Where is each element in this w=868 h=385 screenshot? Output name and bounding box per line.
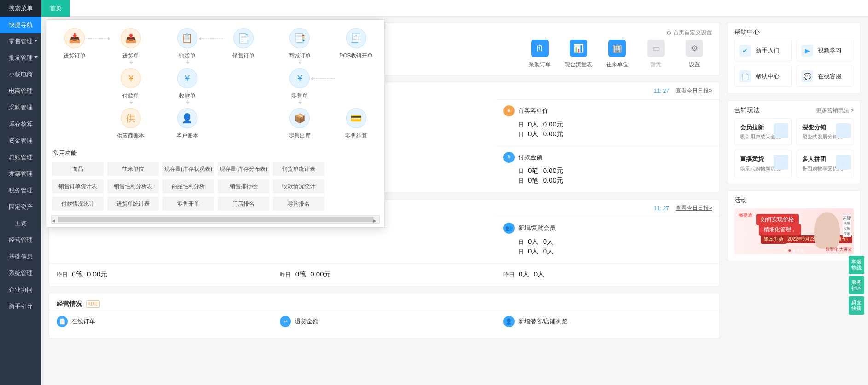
scroll-left-icon[interactable] bbox=[52, 217, 58, 222]
daily-report-link[interactable]: 查看今日日报> bbox=[676, 204, 712, 212]
check-icon: ✔ bbox=[739, 45, 751, 57]
mkt-tile-live[interactable]: 直播卖货场景式购物新玩法 bbox=[734, 150, 792, 177]
ylabel: 昨日 bbox=[503, 271, 515, 278]
pill-contacts[interactable]: 往来单位 bbox=[107, 162, 159, 176]
qa-label: 设置 bbox=[689, 61, 700, 69]
arrow-down-icon bbox=[300, 50, 300, 64]
sidebar-item-salary[interactable]: 工资 bbox=[0, 215, 41, 232]
help-tile-getstarted[interactable]: ✔新手入门 bbox=[734, 40, 792, 61]
float-desktop[interactable]: 桌面快捷 bbox=[849, 296, 864, 315]
homepage-custom-label: 首页自定义设置 bbox=[673, 29, 712, 37]
sidebar-item-quicknav[interactable]: 快捷导航 bbox=[0, 17, 41, 33]
pill-stock-dist[interactable]: 现存量(库存分布表) bbox=[218, 162, 269, 176]
banner-line2: 精细化管理， bbox=[759, 224, 801, 236]
yval: 0.00元 bbox=[310, 270, 330, 278]
kpi-day: 日 bbox=[518, 131, 524, 138]
mkt-illustration bbox=[836, 123, 851, 138]
sidebar-item-purchase[interactable]: 采购管理 bbox=[0, 99, 41, 116]
flow-node-supplier-ledger[interactable]: 供 供应商账本 bbox=[103, 108, 159, 140]
mkt-tile-fission[interactable]: 裂变分销裂变式发展分销商 bbox=[796, 118, 854, 145]
kpi-mid: 0人 bbox=[528, 120, 538, 128]
sidebar-search[interactable]: 搜索菜单 bbox=[0, 0, 41, 17]
flow-node-purchase-order[interactable]: 📥 进货订单 bbox=[46, 28, 103, 60]
float-hotline[interactable]: 客服热线 bbox=[849, 256, 864, 274]
pos-icon: 🧾 bbox=[346, 28, 366, 48]
pill-goods[interactable]: 商品 bbox=[52, 162, 104, 176]
flow-empty bbox=[215, 68, 272, 100]
horizontal-scrollbar[interactable] bbox=[51, 215, 380, 224]
ymid: 0人 bbox=[519, 270, 529, 278]
sidebar-item-collab[interactable]: 企业协同 bbox=[0, 282, 41, 298]
arrow-down-icon bbox=[300, 90, 300, 104]
sidebar-item-wholesale[interactable]: 批发管理 bbox=[0, 50, 41, 66]
supplier-ledger-icon: 供 bbox=[121, 108, 141, 128]
tab-home[interactable]: 首页 bbox=[41, 0, 70, 17]
sidebar-item-funds[interactable]: 资金管理 bbox=[0, 132, 41, 149]
pill-recv-stat[interactable]: 收款情况统计 bbox=[273, 179, 324, 193]
activity-banner[interactable]: 畅捷通 如何实现价格 精细化管理， 降本升效 2022年9月23日 14:00（… bbox=[734, 208, 854, 254]
sidebar-item-system[interactable]: 系统管理 bbox=[0, 265, 41, 282]
sidebar-item-operation[interactable]: 经营管理 bbox=[0, 232, 41, 248]
daily-report-link[interactable]: 查看今日日报> bbox=[676, 87, 712, 95]
mkt-tile-member[interactable]: 会员拉新吸引用户成为会员 bbox=[734, 118, 792, 145]
help-label: 在线客服 bbox=[818, 72, 842, 80]
flow-node-retail[interactable]: ¥ 零售单 bbox=[272, 68, 328, 100]
kpi-day: 日 bbox=[518, 248, 524, 255]
help-tile-video[interactable]: ▶视频学习 bbox=[796, 40, 854, 61]
sidebar-item-basic[interactable]: 基础信息 bbox=[0, 248, 41, 265]
pill-pay-stat[interactable]: 付款情况统计 bbox=[52, 197, 104, 211]
sidebar-item-xiaochang[interactable]: 小畅电商 bbox=[0, 66, 41, 83]
flow-node-payment[interactable]: ¥ 付款单 bbox=[103, 68, 159, 100]
kpi-value: 0人 bbox=[543, 237, 554, 245]
flow-node-purchase[interactable]: 📤 进货单 bbox=[103, 28, 159, 60]
pill-goods-gross[interactable]: 商品毛利分析 bbox=[162, 179, 214, 193]
qa-contacts[interactable]: 🏢往来单位 bbox=[600, 40, 635, 69]
flow-node-sales[interactable]: 📋 销货单 bbox=[159, 28, 215, 60]
flow-node-pos[interactable]: 🧾 POS收银开单 bbox=[328, 28, 384, 60]
pill-purchase-stat[interactable]: 进货单统计表 bbox=[107, 197, 159, 211]
sidebar-item-inventory[interactable]: 库存核算 bbox=[0, 116, 41, 132]
marketing-more-link[interactable]: 更多营销玩法 > bbox=[816, 107, 854, 115]
qa-purchase-order[interactable]: 🗓采购订单 bbox=[522, 40, 557, 69]
flow-node-mall-order[interactable]: 📑 商城订单 bbox=[272, 28, 328, 60]
scroll-right-icon[interactable] bbox=[373, 217, 379, 222]
pill-sales-rank[interactable]: 销售排行榜 bbox=[218, 179, 269, 193]
qa-cashflow[interactable]: 📊现金流量表 bbox=[561, 40, 596, 69]
arrow-down-icon bbox=[187, 90, 188, 104]
mkt-illustration bbox=[774, 155, 788, 170]
flow-node-retail-out[interactable]: 📦 零售出库 bbox=[272, 108, 328, 140]
sidebar-item-retail[interactable]: 零售管理 bbox=[0, 33, 41, 50]
mkt-tile-groupbuy[interactable]: 多人拼团拼团购物享受优惠 bbox=[796, 150, 854, 177]
pill-stock-status[interactable]: 现存量(库存状况表) bbox=[162, 162, 214, 176]
sidebar-item-tax[interactable]: 税务管理 bbox=[0, 182, 41, 199]
help-tile-docs[interactable]: 📄帮助中心 bbox=[734, 66, 792, 87]
scroll-thumb[interactable] bbox=[58, 217, 373, 222]
sidebar-item-guide[interactable]: 新手引导 bbox=[0, 298, 41, 315]
purchase-order-icon: 📥 bbox=[64, 28, 85, 48]
topbar: 首页 bbox=[41, 0, 868, 17]
customer-ledger-icon: 👤 bbox=[177, 108, 197, 128]
sidebar-item-invoice[interactable]: 发票管理 bbox=[0, 166, 41, 182]
flow-node-retail-settle[interactable]: 💳 零售结算 bbox=[328, 108, 384, 140]
flow-node-customer-ledger[interactable]: 👤 客户账本 bbox=[159, 108, 215, 140]
sidebar-item-ecommerce[interactable]: 电商管理 bbox=[0, 83, 41, 99]
mall-order-icon: 📑 bbox=[289, 28, 310, 48]
float-community[interactable]: 服务社区 bbox=[849, 276, 864, 294]
pill-guide-rank[interactable]: 导购排名 bbox=[273, 197, 324, 211]
retail-icon: ¥ bbox=[289, 68, 310, 88]
pill-order-stat[interactable]: 销售订单统计表 bbox=[52, 179, 104, 193]
pill-retail-open[interactable]: 零售开单 bbox=[162, 197, 214, 211]
speaker-photo bbox=[814, 212, 840, 249]
carousel-dots[interactable] bbox=[785, 249, 804, 252]
flow-node-sales-order[interactable]: 📄 销售订单 bbox=[215, 28, 272, 60]
qa-settings[interactable]: ⚙设置 bbox=[677, 40, 712, 69]
doc-icon: 📄 bbox=[739, 70, 751, 82]
arrow-down-icon bbox=[131, 50, 131, 64]
pill-sales-stat[interactable]: 销货单统计表 bbox=[273, 162, 324, 176]
flow-node-receipt[interactable]: ¥ 收款单 bbox=[159, 68, 215, 100]
sidebar-item-assets[interactable]: 固定资产 bbox=[0, 199, 41, 215]
help-tile-support[interactable]: 💬在线客服 bbox=[796, 66, 854, 87]
pill-sales-gross[interactable]: 销售毛利分析表 bbox=[107, 179, 159, 193]
pill-store-rank[interactable]: 门店排名 bbox=[218, 197, 269, 211]
sidebar-item-ledger[interactable]: 总账管理 bbox=[0, 149, 41, 166]
